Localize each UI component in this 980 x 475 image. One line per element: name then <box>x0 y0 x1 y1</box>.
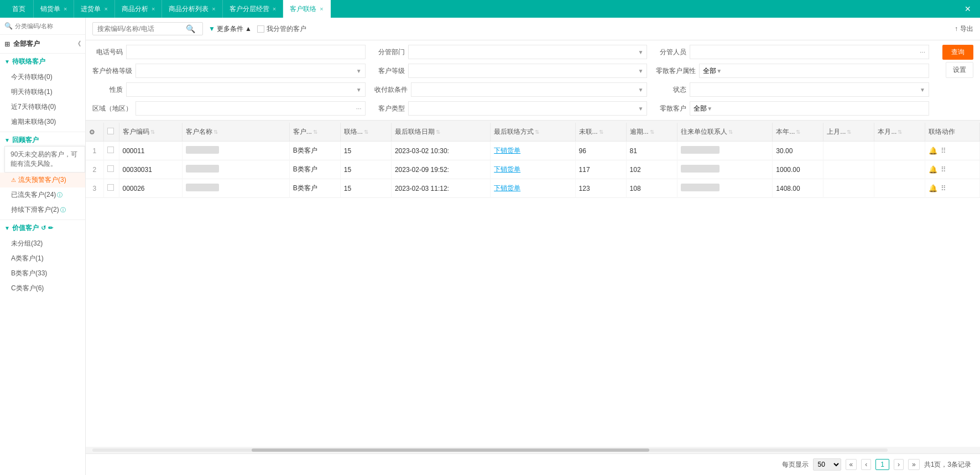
filter-person-select[interactable]: ··· <box>690 45 929 59</box>
tab-purchase[interactable]: 进货单 × <box>74 0 114 18</box>
tab-customer-link[interactable]: 客户联络 × <box>283 0 330 18</box>
sidebar-item-ungroup[interactable]: 未分组(32) <box>0 236 85 251</box>
my-customers-checkbox[interactable]: 我分管的客户 <box>257 24 306 34</box>
col-last-date[interactable]: 最后联络日期⇅ <box>391 123 490 142</box>
action-more-0[interactable]: ⠿ <box>941 147 946 155</box>
query-button[interactable]: 查询 <box>942 45 973 60</box>
filter-status-select[interactable]: ▼ <box>690 82 929 97</box>
col-contact-label: 联络... <box>344 128 363 135</box>
filter-zero-attr-label: 零散客户属性 <box>656 66 696 76</box>
sidebar-item-today[interactable]: 今天待联络(0) <box>0 70 85 85</box>
sidebar-item-tomorrow[interactable]: 明天待联络(1) <box>0 85 85 100</box>
col-last-month[interactable]: 上月...⇅ <box>823 123 874 142</box>
col-this-month-label: 本月... <box>878 128 896 135</box>
sidebar-collapse-icon[interactable]: 《 <box>75 40 81 48</box>
page-next-btn[interactable]: › <box>894 459 904 470</box>
col-last-method[interactable]: 最后联络方式⇅ <box>491 123 575 142</box>
tab-purchase-close[interactable]: × <box>104 6 107 12</box>
tab-customer-level-close[interactable]: × <box>273 6 276 12</box>
col-not-contact[interactable]: 未联...⇅ <box>575 123 626 142</box>
filter-region-select[interactable]: ··· <box>135 101 366 116</box>
cell-last-method-0[interactable]: 下销货单 <box>491 142 575 160</box>
sidebar-item-declining[interactable]: 持续下滑客户(2) ⓘ <box>0 202 85 217</box>
more-conditions-btn[interactable]: ▼ 更多条件 ▲ <box>208 24 252 34</box>
cell-cb-1[interactable] <box>103 160 119 179</box>
sidebar-search-input[interactable] <box>15 23 81 29</box>
cell-last-method-2[interactable]: 下销货单 <box>491 179 575 198</box>
filter-dept-select[interactable]: ▼ <box>408 45 648 59</box>
sidebar-item-7days[interactable]: 近7天待联络(0) <box>0 100 85 114</box>
filter-price-level-select[interactable]: ▼ <box>135 64 366 78</box>
page-first-btn[interactable]: « <box>846 459 857 470</box>
sidebar-item-class-b[interactable]: B类客户(33) <box>0 266 85 281</box>
filter-cell-customer-type: 客户类型 ▼ <box>374 101 648 116</box>
edit-icon-value[interactable]: ✏ <box>48 225 53 232</box>
refresh-icon-value[interactable]: ↺ <box>41 225 46 232</box>
col-contact[interactable]: 联络...⇅ <box>340 123 391 142</box>
tab-home[interactable]: 首页 <box>4 0 34 18</box>
col-settings[interactable]: ⚙ <box>86 123 103 142</box>
filter-phone-input[interactable] <box>126 45 366 59</box>
search-input[interactable] <box>97 25 186 33</box>
cell-cb-0[interactable] <box>103 142 119 160</box>
page-prev-btn[interactable]: ‹ <box>861 459 871 470</box>
window-close-btn[interactable]: ✕ <box>960 4 976 13</box>
tab-customer-level[interactable]: 客户分层经营 × <box>223 0 283 18</box>
cell-last-method-1[interactable]: 下销货单 <box>491 160 575 179</box>
sidebar-section-value[interactable]: ▼ 价值客户 ↺ ✏ <box>0 220 85 236</box>
filter-zero-attr-select[interactable]: 全部 ▼ <box>699 64 929 78</box>
filter-region-dots[interactable]: ··· <box>356 105 362 112</box>
settings-button[interactable]: 设置 <box>946 62 973 78</box>
sidebar-section-pending[interactable]: ▼ 待联络客户 <box>0 54 85 70</box>
col-checkbox[interactable] <box>103 123 119 142</box>
my-customers-cb[interactable] <box>257 25 264 33</box>
col-this-month[interactable]: 本月...⇅ <box>874 123 925 142</box>
action-more-2[interactable]: ⠿ <box>941 184 946 192</box>
col-this-month-sort: ⇅ <box>898 129 902 135</box>
sidebar-item-overdue[interactable]: 逾期未联络(30) <box>0 114 85 129</box>
filter-gender-select[interactable]: ▼ <box>126 82 366 97</box>
sidebar-all-customers[interactable]: ⊞ 全部客户 《 <box>0 35 85 54</box>
filter-zero-customer-select[interactable]: 全部 ▼ <box>690 101 929 116</box>
export-btn[interactable]: ↑ 导出 <box>955 24 973 34</box>
action-more-1[interactable]: ⠿ <box>941 165 946 174</box>
col-code[interactable]: 客户编码⇅ <box>119 123 183 142</box>
col-type[interactable]: 客户...⇅ <box>289 123 340 142</box>
filter-person-dots[interactable]: ··· <box>920 48 925 56</box>
search-btn[interactable]: 🔍 <box>186 24 195 33</box>
tab-sales-close[interactable]: × <box>64 6 67 12</box>
filter-customer-type-select[interactable]: ▼ <box>408 101 648 116</box>
sidebar-item-class-c[interactable]: C类客户(6) <box>0 281 85 296</box>
my-customers-label: 我分管的客户 <box>267 24 306 34</box>
filter-customer-level-select[interactable]: ▼ <box>408 64 648 78</box>
page-current: 1 <box>875 459 889 470</box>
tab-analysis[interactable]: 商品分析 × <box>115 0 162 18</box>
cell-cb-2[interactable] <box>103 179 119 198</box>
col-unit-contact[interactable]: 往来单位联系人⇅ <box>677 123 773 142</box>
more-conditions-label: 更多条件 <box>217 24 243 34</box>
col-this-year[interactable]: 本年...⇅ <box>773 123 823 142</box>
action-bell-0[interactable]: 🔔 <box>929 147 937 155</box>
tab-sales[interactable]: 销货单 × <box>34 0 74 18</box>
action-bell-1[interactable]: 🔔 <box>929 165 937 174</box>
per-page-select[interactable]: 50 100 200 <box>813 458 841 471</box>
tab-customer-link-close[interactable]: × <box>320 6 323 12</box>
sidebar-item-class-a[interactable]: A类客户(1) <box>0 251 85 266</box>
sidebar-item-churn-warning[interactable]: ⚠ 流失预警客户(3) <box>0 173 85 187</box>
scrollbar-track[interactable] <box>92 448 888 452</box>
col-name[interactable]: 客户名称⇅ <box>183 123 290 142</box>
action-bell-2[interactable]: 🔔 <box>929 184 937 192</box>
cell-last-date-1: 2023-02-09 19:52: <box>391 160 490 179</box>
tab-analysis-list[interactable]: 商品分析列表 × <box>162 0 222 18</box>
col-overdue[interactable]: 逾期...⇅ <box>626 123 677 142</box>
tab-analysis-list-label: 商品分析列表 <box>169 4 208 14</box>
col-contact-sort: ⇅ <box>364 129 368 135</box>
scrollbar-thumb[interactable] <box>252 448 649 452</box>
page-last-btn[interactable]: » <box>908 459 920 470</box>
cell-type-2: B类客户 <box>289 179 340 198</box>
cell-type-1: B类客户 <box>289 160 340 179</box>
sidebar-item-lost[interactable]: 已流失客户(24) ⓘ <box>0 187 85 202</box>
filter-payment-select[interactable]: ▼ <box>411 82 648 97</box>
tab-analysis-close[interactable]: × <box>152 6 155 12</box>
tab-analysis-list-close[interactable]: × <box>212 6 215 12</box>
